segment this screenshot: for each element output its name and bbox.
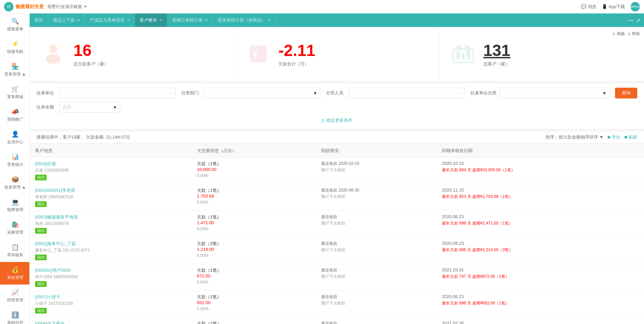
filter-unit-input[interactable]: ··· [59,88,176,98]
next-collection: 预计下次收款 [321,220,431,226]
message-button[interactable]: 💬 消息 [581,4,596,10]
table-row: [0006]去下粮仓 陈小希 现结 欠款（1笔） 455.90 0.00% 最近… [30,317,644,324]
sidebar-item-资金管理[interactable]: 💰资金管理 [0,262,29,285]
debt-ratio: 0.00% [197,253,310,258]
close-tab-customer-ledger[interactable]: ✕ [159,18,162,23]
col-header-due-date: 到期未收款日期 [437,144,644,157]
debt-ratio: 0.00% [197,280,310,285]
next-collection: 预计下次收款 [321,300,431,306]
sidebar-item-搜索菜单[interactable]: 🔍搜索菜单 [0,13,29,36]
svg-rect-9 [467,51,470,59]
debt-label: 欠款（1笔） [197,267,310,273]
total-customers-label: 总客户（家） [483,61,510,67]
customer-name-link[interactable]: [0006]去下粮仓 [35,321,65,324]
close-tab-warehouse-history[interactable]: ✕ [127,18,130,23]
refresh-button[interactable]: 刷新 [624,134,637,140]
customer-tag: 现结 [35,201,47,207]
close-tab-purchase-order-stats[interactable]: ✕ [205,18,208,23]
tab-home[interactable]: 首页 [30,13,48,27]
filter-person-dots[interactable]: ··· [457,90,462,96]
customer-contact: 服务中心_丁磊 181 0125 8371 [35,247,186,253]
overdue-link[interactable]: 最长欠款 853 天 超期¥1,703.68（1笔） [442,194,639,200]
filter-unit-label: 往来单位 [36,90,57,96]
filter-unit-dots[interactable]: ··· [168,90,173,96]
collapse-button[interactable]: ⋀ 收起更多条件 [36,116,637,125]
sidebar-item-快捷导航[interactable]: ⚡快捷导航 [0,36,29,59]
filter-dept-label: 分管部门 [181,90,201,96]
app-download-button[interactable]: 📱 App下载 [602,4,625,10]
customer-contact: 海燕 18513066976 [35,221,186,227]
filter-unit-type: 往来单位分类 ▼ [470,88,610,98]
export-button[interactable]: 导出 [608,134,620,140]
sidebar-item-零售商城[interactable]: 🛒零售商城 [0,81,29,104]
customer-contact: 吕俊 13026203696 [35,168,186,173]
col-header-customer: 客户信息 [30,144,192,157]
maximize-button[interactable]: ⤢ [636,17,641,24]
export-icon [608,136,610,139]
debt-customers-value: 16 [74,41,109,60]
table-row: [000002]用户2050 用户2050 18665062050 现结 欠款（… [30,264,644,291]
logo: 好 畅捷通好生意 [4,2,44,11]
customer-name-link[interactable]: [000002]用户2050 [35,268,71,273]
next-collection: 预计下次收款 [321,274,431,279]
tab-inbound-stats[interactable]: 进货单统计表（按商品） ✕ [213,13,276,27]
sidebar-item-会员中心[interactable]: 👤会员中心 [0,126,29,149]
sidebar-item-零售管理[interactable]: 🏪零售管理 ▲ [0,59,29,81]
result-bar: 搜索结果中，客户16家 欠款金额 -21,148.07元 排序：按欠款金额倒序排… [30,131,644,143]
customer-name-link[interactable]: [0002]服务中心_丁磊 [35,241,76,246]
table-row: [0001020001]李老师 李老师 18600391516 现结 欠款（1笔… [30,184,644,211]
sidebar-item-采购管理[interactable]: 🛍️采购管理 [0,217,29,239]
recent-collection: 最近收款 [321,294,431,300]
overdue-link[interactable]: 最长欠款 998 天 超期¥652.00（1笔） [442,300,639,306]
customer-name-link[interactable]: [0016]吕俊 [35,161,56,166]
customer-table: 客户信息 欠交易信息（占比） 回款情况 到期未收款日期 [0016]吕俊 吕俊 … [30,144,644,324]
svg-rect-7 [456,52,460,59]
customer-name-link[interactable]: [0007]小进干 [35,294,60,299]
sidebar-item-库存核算[interactable]: 📋库存核算 [0,239,29,262]
filter-balance-label: 往来余额 [36,104,57,110]
debt-amount: 672.00 [197,273,310,278]
customer-contact: 小进干 18279152100 [35,301,186,306]
debt-amount-value: -2.11 [278,41,315,60]
query-button[interactable]: 查询 [615,88,637,98]
help-button[interactable]: ⊙ 帮助 [627,31,640,37]
sidebar-item-营销推广[interactable]: 📣营销推广 [0,104,29,126]
customer-name-link[interactable]: [0001020001]李老师 [35,188,75,193]
customer-name-link[interactable]: [0003]畅捷服务尹海燕 [35,214,78,219]
close-tab-product-listing[interactable]: ✕ [77,18,80,23]
recent-collection: 最近收款 [321,321,431,324]
filter-balance-select[interactable]: 选择... ▼ [59,102,120,113]
debt-label: 欠款（1笔） [197,161,310,167]
tab-customer-ledger[interactable]: 客户账本 ✕ [135,13,167,27]
sidebar-item-零售统计[interactable]: 📊零售统计 [0,149,29,172]
sidebar-item-经营管理[interactable]: 📈经营管理 [0,285,29,307]
overdue-link[interactable]: 最长欠款 884 天 超期¥10,000.00（1笔） [442,167,639,173]
sidebar-item-基础信息[interactable]: ℹ️基础信息 [0,307,29,324]
overdue-link[interactable]: 最长欠款 998 天 超期¥1,471.00（1笔） [442,220,639,226]
filter-unit: 往来单位 ··· [36,88,176,98]
avatar[interactable]: demo2 [631,2,640,11]
due-date: 2020.06.23 [442,214,639,219]
due-date: 2021.02.26 [442,321,639,324]
debt-amount: 1,703.68 [197,194,310,199]
tab-product-listing[interactable]: 商品上下架 ✕ [48,13,85,27]
table-row: [0007]小进干 小进干 18279152100 现结 欠款（1笔） 652.… [30,291,644,317]
sidebar-item-批发管理[interactable]: 📦批发管理 ▲ [0,172,29,194]
recent-collection: 最近收款 [321,214,431,220]
due-date: 2020.06.23 [442,241,639,246]
sidebar-item-电商管理[interactable]: 💻电商管理 [0,194,29,217]
tab-warehouse-history[interactable]: 产成品入库单历史 ✕ [85,13,135,27]
tab-purchase-order-stats[interactable]: 采购订单统计表 ✕ [167,13,213,27]
close-tab-inbound-stats[interactable]: ✕ [268,18,271,23]
overdue-link[interactable]: 最长欠款 998 天 超期¥1,214.00（3笔） [442,247,639,253]
overdue-link[interactable]: 最长欠款 747 天 超期¥672.00（1笔） [442,274,639,279]
total-customers-value: 131 [483,41,510,60]
store-selector[interactable]: 母婴行业演示账套 ▼ [47,4,87,10]
filter-dept-select[interactable]: ▼ [204,88,320,98]
minimize-button[interactable]: — [628,17,634,23]
filter-person-input[interactable]: ··· [349,88,465,98]
sort-selector[interactable]: 排序：按欠款金额倒序排序 ▼ [545,134,604,140]
filter-dept: 分管部门 ▼ [181,88,320,98]
video-button[interactable]: ⊙ 视频 [612,31,624,37]
filter-unit-type-select[interactable]: ▼ [499,88,610,98]
